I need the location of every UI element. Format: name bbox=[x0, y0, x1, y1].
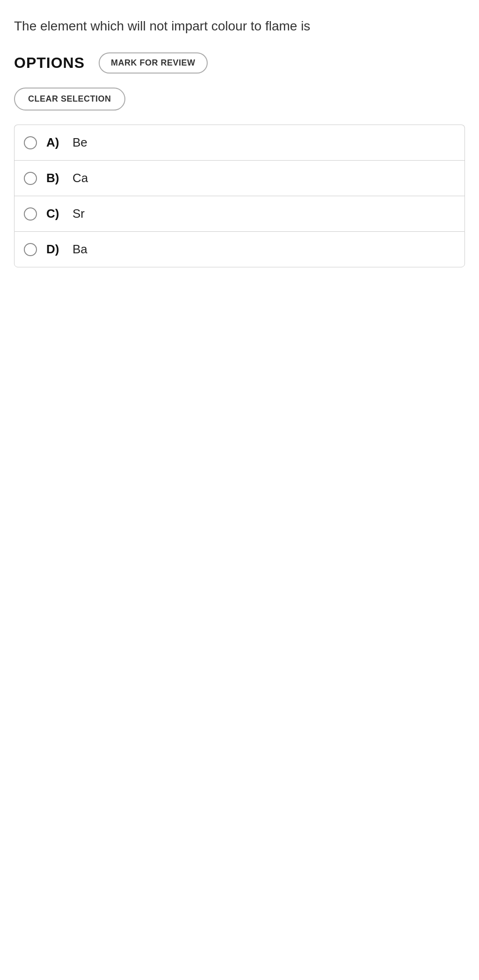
option-item-c[interactable]: C)Sr bbox=[14, 196, 465, 231]
option-value-c: Sr bbox=[73, 206, 85, 221]
clear-selection-button[interactable]: CLEAR SELECTION bbox=[14, 88, 125, 111]
option-value-a: Be bbox=[73, 135, 87, 150]
question-text: The element which will not impart colour… bbox=[14, 19, 465, 34]
mark-for-review-button[interactable]: MARK FOR REVIEW bbox=[99, 52, 208, 74]
option-item-b[interactable]: B)Ca bbox=[14, 160, 465, 196]
option-value-d: Ba bbox=[73, 242, 87, 257]
radio-d bbox=[24, 243, 37, 256]
option-label-c: C) bbox=[46, 206, 65, 221]
option-label-b: B) bbox=[46, 171, 65, 185]
options-label: OPTIONS bbox=[14, 54, 85, 72]
options-list: A)BeB)CaC)SrD)Ba bbox=[14, 125, 465, 267]
option-item-a[interactable]: A)Be bbox=[14, 125, 465, 160]
option-value-b: Ca bbox=[73, 171, 88, 185]
radio-a bbox=[24, 136, 37, 149]
radio-c bbox=[24, 207, 37, 221]
option-label-a: A) bbox=[46, 135, 65, 150]
radio-b bbox=[24, 172, 37, 185]
option-item-d[interactable]: D)Ba bbox=[14, 231, 465, 267]
option-label-d: D) bbox=[46, 242, 65, 257]
